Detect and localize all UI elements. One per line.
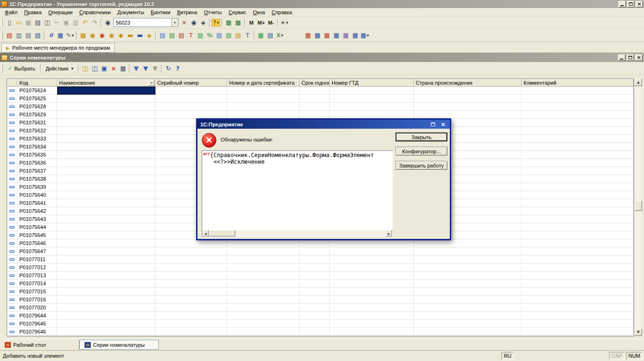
info-icon[interactable]: ii [46,31,56,40]
report-print-icon[interactable]: ▥ [14,31,24,40]
scroll-left-icon[interactable]: ◀ [202,230,209,237]
table-row[interactable]: P01075647 [7,247,634,255]
menu-item[interactable]: Справочники [76,9,114,16]
structure-blue3-icon[interactable]: ▦ [351,31,360,40]
structure-blue-icon[interactable]: ▦ [313,31,322,40]
journal-icon[interactable]: ▤ [24,31,33,40]
menu-item[interactable]: Файл [1,9,21,16]
add-item-icon[interactable]: ▣ [99,64,109,73]
edit-settings-icon[interactable]: ✎▼ [65,31,75,40]
report-icon[interactable]: ▤ [266,31,275,40]
language-indicator[interactable]: RU [501,352,514,360]
table-green-icon[interactable]: ▦ [256,31,266,40]
sales-manager-workplace-tab[interactable]: ▶ Рабочее место менеджера по продажам [1,43,115,53]
minimize-button[interactable] [618,1,626,8]
doc-ok-icon[interactable]: ▤ [167,31,177,40]
menu-item[interactable]: Документы [114,9,147,16]
menu-item[interactable]: Правка [21,9,45,16]
child-minimize-button[interactable] [618,54,626,61]
doc-t-red-icon[interactable]: Т [186,31,196,40]
structure-mixed-icon[interactable]: ▦ [341,31,351,40]
doc-t-blue-icon[interactable]: Т [243,31,252,40]
delete-item-icon[interactable]: × [109,64,118,73]
shutdown-button[interactable]: Завершить работу [395,161,447,170]
binoculars-icon[interactable]: ◉ [189,18,198,27]
menu-item[interactable]: Окна [249,9,268,16]
child-restore-button[interactable] [627,54,634,61]
refresh-icon[interactable]: ↻ [163,64,173,73]
list-settings-icon[interactable]: ▦ [118,64,128,73]
select-button[interactable]: ✓ Выбрать [5,64,39,73]
doc-green-icon[interactable]: ▤ [196,31,205,40]
cash-book-icon[interactable]: ▤ [5,31,14,40]
column-header[interactable]: Номер ГТД [330,79,414,87]
excel-export-icon[interactable]: Х▼ [275,31,284,40]
doc-del-icon[interactable]: ▤ [177,31,186,40]
close-error-button[interactable]: Закрыть [395,132,447,141]
spreadsheet-edit-icon[interactable]: ▩ [233,18,243,27]
dialog-maximize-button[interactable] [429,121,437,127]
table-row[interactable]: P01079644 [7,312,634,320]
tools-icon[interactable]: ∗▼ [280,18,289,27]
scrollbar-thumb[interactable] [635,201,642,211]
table-row[interactable]: P01077012 [7,264,634,272]
table-row[interactable]: P01075629 [7,111,634,119]
menu-item[interactable]: Справка [268,9,295,16]
money-icon[interactable]: ▬ [126,31,135,40]
structure-blue2-icon[interactable]: ▦ [332,31,341,40]
table-row[interactable]: P01077011 [7,255,634,264]
table-row[interactable]: P01079645 [7,320,634,328]
open-item-icon[interactable]: ◫ [80,64,90,73]
discount-icon[interactable]: % [205,31,215,40]
dialog-close-icon[interactable]: × [439,121,447,127]
column-header[interactable]: Наименование▼ [57,79,155,87]
menu-item[interactable]: Бантики [147,9,174,16]
undo-icon[interactable]: ↶ [80,18,90,27]
column-header[interactable]: Код [17,79,57,87]
doc-in-icon[interactable]: ▤ [158,31,167,40]
table-row[interactable]: P01075646 [7,239,634,247]
hierarchy-icon[interactable]: ◫ [90,64,99,73]
column-header[interactable]: Номер и дата сертификата [227,79,300,87]
search-combo[interactable]: 56023▼ [113,18,179,27]
new-document-icon[interactable]: ▯ [5,18,14,27]
redo-icon[interactable]: ↷ [90,18,99,27]
selected-cell[interactable] [57,87,155,95]
scroll-right-icon[interactable]: ▶ [386,230,392,237]
calendar-icon[interactable]: ▦ [56,31,65,40]
table-row[interactable]: P01077015 [7,288,634,296]
payment-out-icon[interactable]: ◉ [107,31,116,40]
column-header[interactable]: Страна происхождения [414,79,522,87]
table-row[interactable]: P01077013 [7,272,634,280]
column-header[interactable]: Срок годнос... [300,79,330,87]
vertical-scrollbar[interactable]: ▲ ▼ [635,79,642,336]
documents-icon[interactable]: ▤ [33,31,43,40]
doc-blue-icon[interactable]: ▤ [215,31,224,40]
print-preview-icon[interactable]: ◫ [43,18,52,27]
help-icon[interactable]: ? [173,64,182,73]
table-row[interactable]: P01077016 [7,296,634,304]
horizontal-scrollbar[interactable]: ◀ ▶ [202,230,392,237]
menu-item[interactable]: Операции [45,9,76,16]
cashbox-icon[interactable]: ▩ [78,31,88,40]
scroll-up-icon[interactable]: ▲ [635,79,642,86]
income-icon[interactable]: ◈ [145,31,154,40]
help-edit-icon[interactable]: ?▼ [212,19,220,26]
sort-dropdown-icon[interactable]: ▼ [148,80,155,86]
table-row[interactable]: P01079646 [7,328,634,336]
chevron-down-icon[interactable]: ▼ [171,18,178,26]
payment-in-icon[interactable]: ◉ [97,31,107,40]
table-row[interactable]: P01077014 [7,280,634,288]
menu-item[interactable]: Сервис [225,9,250,16]
memory-plus-button[interactable]: М+ [256,18,266,27]
card-icon[interactable]: ▬ [135,31,145,40]
print-icon[interactable]: ▤ [33,18,43,27]
clear-find-icon[interactable]: × [180,18,189,27]
memory-minus-button[interactable]: М- [266,18,276,27]
menu-item[interactable]: Витрина [174,9,201,16]
column-header[interactable]: Серийный номер [155,79,227,87]
open-icon[interactable]: ▭ [14,18,24,27]
close-button[interactable]: × [635,1,643,8]
taskbar-tab-desktop[interactable]: ▤Рабочий стол [0,340,79,350]
scroll-down-icon[interactable]: ▼ [635,328,642,336]
